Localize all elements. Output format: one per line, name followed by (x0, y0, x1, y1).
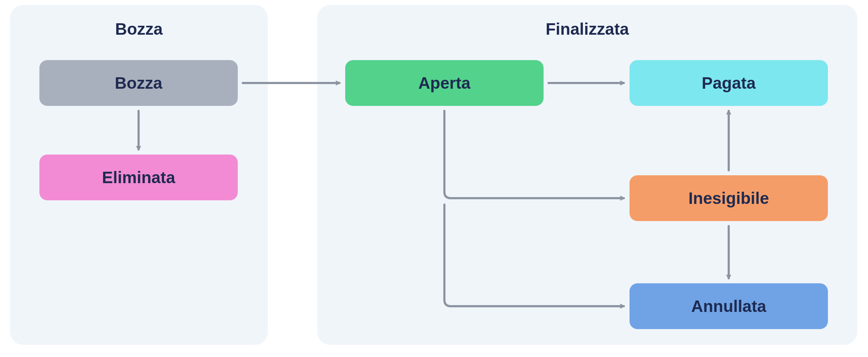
arrow-aperta-inesigibile (444, 111, 624, 198)
arrows-layer (0, 0, 868, 357)
state-diagram: Bozza Finalizzata Bozza Eliminata Aperta… (0, 0, 868, 357)
arrow-aperta-annullata (444, 205, 624, 306)
